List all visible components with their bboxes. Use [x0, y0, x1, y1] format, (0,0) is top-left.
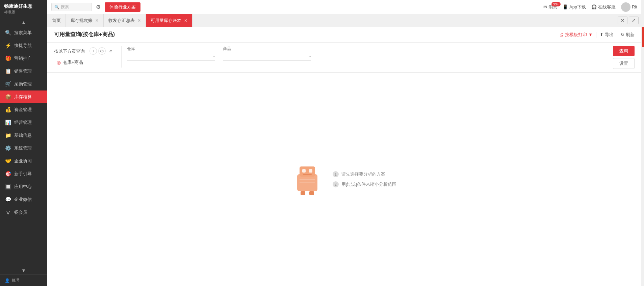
tab-batch[interactable]: 库存批次账✕	[66, 14, 104, 27]
sidebar-item-system[interactable]: ⚙️系统管理	[0, 142, 47, 155]
sidebar-label-sales: 销售管理	[14, 68, 32, 74]
sidebar-logo: 畅康通好生意 标准版	[0, 0, 47, 18]
hint-item-1: 1 请先选择要分析的方案	[333, 171, 396, 177]
user-name: Rit	[632, 4, 637, 9]
page-header-actions: 🖨 按模板打印 ▼ ⬆ 导出 ↻ 刷新	[559, 32, 635, 38]
sidebar-scroll-down[interactable]: ▼	[0, 266, 47, 275]
empty-robot-icon	[292, 162, 323, 196]
print-dropdown-icon: ▼	[588, 32, 593, 37]
filter-fields: 仓库 ··· 商品 ···	[122, 46, 608, 61]
template-print-button[interactable]: 🖨 按模板打印 ▼	[559, 32, 593, 38]
empty-state-inner: 1 请先选择要分析的方案 2 用[过滤]条件来缩小分析范围	[292, 162, 396, 196]
add-scheme-btn[interactable]: +	[89, 47, 97, 55]
headset-icon: 🎧	[591, 4, 597, 9]
filter-area: 按以下方案查询 + ⚙ « ◎ 仓库+商品 仓库	[47, 43, 641, 73]
sidebar-item-inventory[interactable]: 📦库存核算	[0, 90, 47, 103]
app-download-button[interactable]: 📱 App下载	[563, 4, 586, 10]
empty-state: 1 请先选择要分析的方案 2 用[过滤]条件来缩小分析范围	[47, 73, 641, 286]
product-more-icon[interactable]: ···	[308, 54, 311, 60]
main-area: 🔍 搜索 ⚙ 体验行业方案 ✉ 消息 99+ 📱 App下载 🎧 在线客服 Ri…	[47, 0, 641, 286]
sidebar-item-search[interactable]: 🔍搜索菜单	[0, 26, 47, 39]
app-download-label: App下载	[569, 4, 586, 10]
expand-btn[interactable]: ⤢	[629, 17, 639, 24]
sidebar-item-operation[interactable]: 📊经营管理	[0, 116, 47, 129]
sidebar-item-quicknav[interactable]: ⚡快捷导航	[0, 39, 47, 52]
sidebar-item-finance[interactable]: 💰资金管理	[0, 103, 47, 116]
filter-label: 按以下方案查询	[54, 46, 85, 54]
svg-rect-4	[303, 174, 312, 175]
search-box[interactable]: 🔍 搜索	[51, 3, 92, 11]
sidebar-label-marketing: 营销推广	[14, 55, 32, 61]
online-service-button[interactable]: 🎧 在线客服	[591, 4, 616, 10]
product-input[interactable]	[223, 54, 308, 59]
sidebar-icon-marketing: 🎁	[5, 55, 11, 61]
sidebar-item-marketing[interactable]: 🎁营销推广	[0, 52, 47, 65]
filter-left: 按以下方案查询 + ⚙ « ◎ 仓库+商品	[54, 46, 122, 68]
svg-rect-6	[309, 191, 314, 195]
sidebar-label-wechat: 企业微信	[14, 197, 32, 203]
warehouse-more-icon[interactable]: ···	[212, 54, 215, 60]
empty-icon-container: 1 请先选择要分析的方案 2 用[过滤]条件来缩小分析范围	[292, 162, 396, 196]
export-button[interactable]: ⬆ 导出	[600, 32, 614, 38]
export-icon: ⬆	[600, 32, 603, 37]
sidebar-item-member[interactable]: V畅会员	[0, 206, 47, 219]
sidebar-user-label: 账号	[12, 278, 20, 283]
sidebar-icon-sales: 📋	[5, 68, 11, 74]
scroll-down-btn[interactable]: ▼	[21, 268, 26, 273]
settings-button[interactable]: 设置	[613, 58, 635, 69]
sidebar-item-purchase[interactable]: 🛒采购管理	[0, 78, 47, 90]
sidebar-label-quicknav: 快捷导航	[14, 43, 32, 49]
sidebar-icon-inventory: 📦	[5, 94, 11, 100]
sidebar-icon-operation: 📊	[5, 120, 11, 126]
collapse-btn[interactable]: «	[107, 47, 114, 55]
sidebar-item-enterprise[interactable]: 🤝企业协同	[0, 155, 47, 167]
sidebar-scroll-up[interactable]: ▲	[0, 18, 47, 26]
sidebar-item-appcenter[interactable]: 🔲应用中心	[0, 180, 47, 193]
right-panel-indicator	[642, 27, 644, 47]
exp-button[interactable]: 体验行业方案	[105, 2, 140, 12]
query-button[interactable]: 查询	[613, 46, 635, 56]
sidebar-bottom[interactable]: 👤 账号	[0, 275, 47, 286]
sidebar-label-member: 畅会员	[14, 209, 27, 215]
filter-field-product: 商品 ···	[223, 46, 311, 61]
app-version: 标准版	[4, 9, 43, 15]
sidebar-icon-member: V	[5, 210, 11, 215]
tab-home[interactable]: 首页	[47, 14, 66, 27]
product-label: 商品	[223, 46, 311, 52]
avatar	[621, 2, 630, 12]
sidebar-item-newguide[interactable]: 🎯新手引导	[0, 167, 47, 180]
scheme-label: 仓库+商品	[63, 59, 83, 66]
export-label: 导出	[605, 32, 614, 38]
tab-close-batch[interactable]: ✕	[95, 18, 99, 23]
settings-scheme-btn[interactable]: ⚙	[98, 47, 106, 55]
svg-rect-2	[302, 169, 306, 173]
topbar-right: ✉ 消息 99+ 📱 App下载 🎧 在线客服 Rit	[543, 2, 637, 12]
user-profile[interactable]: Rit	[621, 2, 637, 12]
sidebar-item-sales[interactable]: 📋销售管理	[0, 65, 47, 78]
sidebar-label-finance: 资金管理	[14, 107, 32, 113]
tab-close-summary[interactable]: ✕	[137, 18, 141, 23]
tab-close-available[interactable]: ✕	[184, 18, 187, 23]
tab-summary[interactable]: 收发存汇总表✕	[104, 14, 146, 27]
hint-num-1: 1	[333, 171, 339, 177]
gear-icon[interactable]: ⚙	[95, 2, 102, 11]
scheme-item[interactable]: ◎ 仓库+商品	[54, 57, 117, 68]
topbar: 🔍 搜索 ⚙ 体验行业方案 ✉ 消息 99+ 📱 App下载 🎧 在线客服 Ri…	[47, 0, 641, 14]
scroll-up-btn[interactable]: ▲	[21, 20, 26, 25]
tab-available[interactable]: 可用量库存账本✕	[146, 14, 192, 27]
warehouse-input[interactable]	[127, 54, 212, 59]
sidebar-label-search: 搜索菜单	[14, 30, 32, 36]
message-button[interactable]: ✉ 消息 99+	[543, 4, 557, 10]
tab-label-batch: 库存批次账	[71, 18, 93, 24]
scheme-icon: ◎	[57, 60, 61, 65]
refresh-button[interactable]: ↻ 刷新	[621, 32, 635, 38]
close-tab-btn[interactable]: ✕	[618, 17, 627, 24]
template-print-label: 按模板打印	[565, 32, 587, 38]
sidebar-icon-basic: 📁	[5, 132, 11, 138]
sidebar-item-wechat[interactable]: 💬企业微信	[0, 193, 47, 206]
divider1	[596, 32, 596, 38]
refresh-icon: ↻	[621, 32, 624, 37]
sidebar-icon-appcenter: 🔲	[5, 184, 11, 190]
sidebar-item-basic[interactable]: 📁基础信息	[0, 129, 47, 142]
tabs-actions: ✕ ⤢	[618, 17, 641, 24]
